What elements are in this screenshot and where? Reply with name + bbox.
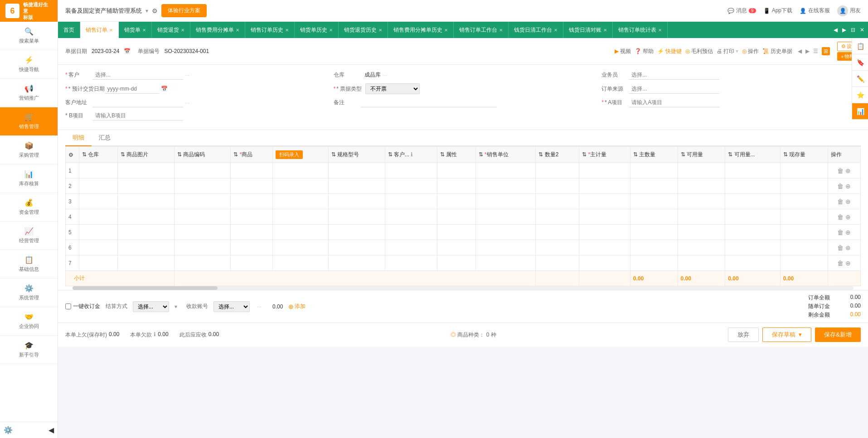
settings-gear-icon[interactable]: ⚙ xyxy=(152,7,158,14)
tab-close-icon[interactable]: ✕ xyxy=(181,28,184,33)
copy-row-icon[interactable]: ⊕ xyxy=(845,260,851,267)
b-project-input[interactable] xyxy=(92,111,183,120)
invoice-type-select[interactable]: 不开票 xyxy=(365,83,420,94)
sidebar-item-basic-info[interactable]: 📋 基础信息 xyxy=(0,250,58,279)
delete-row-icon[interactable]: 🗑 xyxy=(837,260,844,267)
form-expand-icon[interactable]: ⊞ xyxy=(822,47,830,55)
tab-invoice-history[interactable]: 销货单历史 ✕ xyxy=(295,22,339,38)
sidebar-item-marketing[interactable]: 📢 营销推广 xyxy=(0,79,58,107)
copy-row-icon[interactable]: ⊕ xyxy=(845,183,851,190)
tab-summary[interactable]: 汇总 xyxy=(92,130,118,146)
tab-return-history[interactable]: 销货退货历史 ✕ xyxy=(339,22,388,38)
receipt-account-select[interactable]: 选择... xyxy=(213,301,250,312)
right-panel-notes-btn[interactable]: 📋 xyxy=(852,38,868,54)
tab-sales-expense[interactable]: 销售费用分摊单 ✕ xyxy=(190,22,245,38)
col-header-settings[interactable]: ⚙ xyxy=(66,147,79,163)
calendar-icon[interactable]: 📅 xyxy=(124,48,131,54)
app-download-button[interactable]: 📱 App下载 xyxy=(763,7,792,14)
tab-close-icon[interactable]: ✕ xyxy=(142,28,146,33)
profit-estimate-btn[interactable]: ◎ 毛利预估 xyxy=(685,48,713,55)
delete-row-icon[interactable]: 🗑 xyxy=(837,244,844,251)
history-btn[interactable]: 📜 历史单据 xyxy=(762,48,792,55)
online-service-button[interactable]: 👤 在线客服 xyxy=(800,7,830,14)
tab-sales-invoice[interactable]: 销货单 ✕ xyxy=(119,22,152,38)
tab-close-icon[interactable]: ✕ xyxy=(658,28,662,33)
tab-sales-order[interactable]: 销售订单 ✕ xyxy=(80,22,119,38)
operation-btn[interactable]: ◎ 操作 xyxy=(742,48,759,55)
customer-input[interactable] xyxy=(92,70,183,80)
tab-sales-order-history[interactable]: 销售订单历史 ✕ xyxy=(245,22,295,38)
delete-row-icon[interactable]: 🗑 xyxy=(837,198,844,205)
form-view-toggle-icon[interactable]: ☰ xyxy=(813,48,818,54)
one-click-checkbox-input[interactable] xyxy=(65,303,71,309)
tab-close-icon[interactable]: ✕ xyxy=(554,28,558,33)
tab-order-workbench[interactable]: 销售订单工作台 ✕ xyxy=(454,22,509,38)
a-project-input[interactable] xyxy=(629,98,719,107)
form-nav-prev-icon[interactable]: ◀ xyxy=(798,48,802,54)
right-panel-chart-btn[interactable]: 📊 xyxy=(852,103,868,120)
delete-row-icon[interactable]: 🗑 xyxy=(837,183,844,190)
sidebar-item-enterprise[interactable]: 🤝 企业协同 xyxy=(0,307,58,336)
copy-row-icon[interactable]: ⊕ xyxy=(845,167,851,174)
sidebar-item-purchase[interactable]: 📦 采购管理 xyxy=(0,136,58,164)
tab-close-icon[interactable]: ✕ xyxy=(285,28,289,33)
scan-button[interactable]: 扫码录入 xyxy=(276,150,303,159)
view-video-btn[interactable]: ▶ 视频 xyxy=(615,48,631,55)
right-panel-edit-btn[interactable]: ✏️ xyxy=(852,71,868,87)
sidebar-item-operations[interactable]: 📈 经营管理 xyxy=(0,221,58,250)
tab-prev-icon[interactable]: ◀ xyxy=(832,26,839,34)
tab-close-icon[interactable]: ✕ xyxy=(329,28,333,33)
tab-expense-history[interactable]: 销售费用分摊单历史 ✕ xyxy=(388,22,454,38)
payment-method-select[interactable]: 选择... xyxy=(133,301,169,312)
receipt-dots-icon[interactable]: ··· xyxy=(255,303,263,310)
tab-home[interactable]: 首页 xyxy=(58,22,80,38)
print-btn[interactable]: 🖨 打印 ▾ xyxy=(717,48,738,55)
sidebar-item-finance[interactable]: 💰 资金管理 xyxy=(0,193,58,221)
user-button[interactable]: 👤 用友 xyxy=(837,5,861,16)
sidebar-item-search[interactable]: 🔍 搜索菜单 xyxy=(0,22,58,50)
customer-address-input[interactable] xyxy=(92,98,183,107)
remarks-input[interactable] xyxy=(361,98,497,107)
right-panel-star-btn[interactable]: ⭐ xyxy=(852,87,868,103)
delivery-date-input[interactable] xyxy=(105,84,159,94)
right-panel-bookmark-btn[interactable]: 🔖 xyxy=(852,54,868,71)
tab-next-icon[interactable]: ▶ xyxy=(840,26,848,34)
tab-close-all-icon[interactable]: ✕ xyxy=(858,26,866,34)
sidebar-item-system[interactable]: ⚙️ 系统管理 xyxy=(0,279,58,307)
copy-row-icon[interactable]: ⊕ xyxy=(845,229,851,236)
tab-close-icon[interactable]: ✕ xyxy=(109,28,113,33)
tab-close-icon[interactable]: ✕ xyxy=(236,28,239,33)
tab-close-icon[interactable]: ✕ xyxy=(378,28,382,33)
sidebar-item-nav[interactable]: ⚡ 快捷导航 xyxy=(0,50,58,79)
sidebar-item-inventory[interactable]: 📊 库存核算 xyxy=(0,164,58,193)
customer-dots-icon[interactable]: ··· xyxy=(183,72,191,78)
message-button[interactable]: 💬 消息 9 xyxy=(727,7,756,14)
address-dots-icon[interactable]: ··· xyxy=(183,100,191,106)
add-button[interactable]: ⊕ 添加 xyxy=(288,303,305,310)
help-btn[interactable]: ❓ 帮助 xyxy=(635,48,654,55)
order-source-input[interactable] xyxy=(629,84,719,94)
form-nav-next-icon[interactable]: ▶ xyxy=(805,48,810,54)
tab-daily-reconcile[interactable]: 钱货日清对账 ✕ xyxy=(563,22,613,38)
collapse-icon[interactable]: ◀ xyxy=(48,426,54,434)
copy-row-icon[interactable]: ⊕ xyxy=(845,213,851,221)
copy-row-icon[interactable]: ⊕ xyxy=(845,244,851,251)
warehouse-dots-icon[interactable]: ··· xyxy=(381,72,389,78)
tab-detail[interactable]: 明细 xyxy=(65,130,92,146)
solution-button[interactable]: 体验行业方案 xyxy=(161,4,207,17)
sidebar-item-guide[interactable]: 🎓 新手引导 xyxy=(0,336,58,364)
tab-sales-statistics[interactable]: 销售订单统计表 ✕ xyxy=(613,22,668,38)
copy-row-icon[interactable]: ⊕ xyxy=(845,198,851,205)
sidebar-item-sales[interactable]: 🛒 销售管理 xyxy=(0,107,58,136)
one-click-checkout-checkbox[interactable]: 一键收订金 xyxy=(65,303,100,310)
settings-icon[interactable]: ⚙️ xyxy=(4,426,13,434)
tab-close-icon[interactable]: ✕ xyxy=(499,28,503,33)
tab-close-icon[interactable]: ✕ xyxy=(444,28,448,33)
tab-sales-return[interactable]: 销货退货 ✕ xyxy=(152,22,190,38)
discard-button[interactable]: 放弃 xyxy=(728,327,759,342)
delete-row-icon[interactable]: 🗑 xyxy=(837,213,844,221)
dropdown-arrow-icon[interactable]: ▾ xyxy=(145,8,148,14)
delete-row-icon[interactable]: 🗑 xyxy=(837,229,844,236)
delete-row-icon[interactable]: 🗑 xyxy=(837,167,844,174)
save-new-button[interactable]: 保存&新增 xyxy=(815,327,861,342)
